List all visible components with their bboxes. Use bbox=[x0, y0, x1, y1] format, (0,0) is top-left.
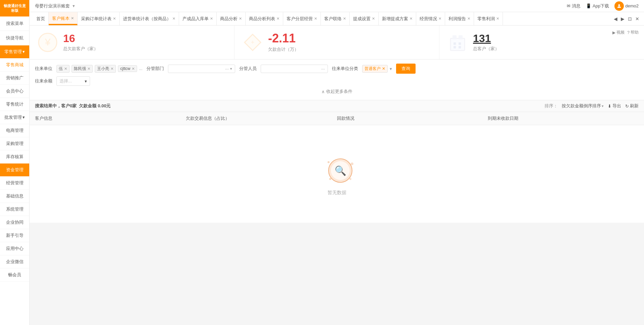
sidebar-item-label: 新手引导 bbox=[6, 233, 24, 238]
sidebar-item-app-center[interactable]: 应用中心 bbox=[0, 242, 29, 255]
tag-close-icon[interactable]: ✕ bbox=[111, 67, 114, 71]
video-button[interactable]: ▶ 视频 bbox=[612, 30, 625, 35]
person-filter-label: 分管人员 bbox=[239, 66, 257, 72]
sidebar-item-retail-mall[interactable]: 零售商城 bbox=[0, 59, 29, 72]
tab-customer-account[interactable]: 客户账本 ✕ bbox=[49, 12, 78, 25]
tab-prev-button[interactable]: ◀ bbox=[612, 15, 619, 22]
sidebar-item-label: 企业协同 bbox=[6, 220, 24, 225]
sidebar-item-label: 资金管理 bbox=[6, 167, 24, 172]
collapse-button[interactable]: ∧ 收起更多条件 bbox=[35, 88, 639, 95]
customer-count: 0 bbox=[70, 103, 72, 108]
tag-close-icon[interactable]: ✕ bbox=[64, 67, 67, 71]
tab-profit-report[interactable]: 利润报告 ✕ bbox=[445, 12, 474, 25]
stat-card-overdue-customers: ¥ 16 总欠款客户（家） bbox=[30, 26, 234, 59]
sidebar-item-marketing[interactable]: 营销推广 bbox=[0, 72, 29, 85]
global-topbar: 母婴行业演示账套 ▾ ✉ 消息 📱 App下载 demo2 bbox=[30, 0, 644, 12]
account-name: 母婴行业演示账套 bbox=[35, 3, 70, 9]
help-icon: ? bbox=[627, 30, 630, 35]
tab-product-analysis[interactable]: 商品分析 ✕ bbox=[217, 12, 246, 25]
unit-tag-wang: 王小亮 ✕ bbox=[95, 65, 116, 73]
tab-close-all-button[interactable]: ✕ bbox=[634, 15, 641, 22]
sidebar-item-basic-info[interactable]: 基础信息 bbox=[0, 190, 29, 203]
tab-promotion-settings[interactable]: 提成设置 ✕ bbox=[350, 12, 379, 25]
tab-stock-stats[interactable]: 进货单统计表（按商品） ✕ bbox=[120, 12, 179, 25]
video-help-area: ▶ 视频 ? 帮助 bbox=[612, 30, 639, 35]
data-table: 客户信息 欠款交易信息（占比） 回款情况 到期未收款日期 🔍 bbox=[30, 112, 644, 223]
tab-close-icon[interactable]: ✕ bbox=[276, 16, 280, 21]
tab-close-icon[interactable]: ✕ bbox=[410, 16, 413, 21]
tab-label: 首页 bbox=[36, 16, 45, 22]
result-text: 搜索结果中，客户0家 欠款金额 0.00元 bbox=[35, 103, 111, 108]
search-menu-button[interactable]: 搜索菜单 bbox=[2, 19, 27, 28]
sidebar-item-vip-member[interactable]: 畅会员 bbox=[0, 268, 29, 282]
message-label: 消息 bbox=[572, 3, 581, 9]
svg-rect-10 bbox=[459, 46, 461, 48]
svg-point-17 bbox=[349, 178, 351, 180]
user-profile[interactable]: demo2 bbox=[614, 1, 639, 11]
tab-close-icon[interactable]: ✕ bbox=[496, 16, 499, 21]
sidebar-item-member[interactable]: 会员中心 bbox=[0, 85, 29, 98]
balance-select[interactable]: 选择... ▾ bbox=[56, 76, 90, 86]
tab-window-button[interactable]: ⊡ bbox=[627, 15, 633, 22]
unit-class-dropdown-icon[interactable]: ▾ bbox=[390, 66, 392, 71]
refresh-button[interactable]: ↻ 刷新 bbox=[625, 103, 639, 109]
message-button[interactable]: ✉ 消息 bbox=[567, 3, 581, 9]
overdue-customers-icon: ¥ bbox=[38, 32, 58, 52]
balance-arrow-icon: ▾ bbox=[85, 79, 87, 84]
tab-product-instock[interactable]: 产成品入库单 ✕ bbox=[179, 12, 217, 25]
tab-new-promotion[interactable]: 新增提成方案 ✕ bbox=[379, 12, 416, 25]
sidebar-item-label: 会员中心 bbox=[6, 88, 24, 94]
sidebar-item-inventory[interactable]: 库存核算 bbox=[0, 150, 29, 164]
person-dropdown[interactable]: ··· bbox=[261, 65, 328, 73]
sidebar-logo[interactable]: 畅捷通好生意标版 bbox=[0, 0, 29, 16]
tab-close-icon[interactable]: ✕ bbox=[172, 16, 175, 21]
tag-close-icon[interactable]: ✕ bbox=[382, 66, 385, 71]
sidebar-item-enterprise[interactable]: 企业协同 bbox=[0, 216, 29, 229]
tab-customer-contact[interactable]: 客户联络 ✕ bbox=[321, 12, 350, 25]
sidebar-item-purchase[interactable]: 采购管理 bbox=[0, 137, 29, 150]
tab-close-icon[interactable]: ✕ bbox=[438, 16, 441, 21]
export-button[interactable]: ⬇ 导出 bbox=[608, 103, 621, 109]
tab-label: 客户分层经营 bbox=[287, 16, 313, 22]
tab-close-icon[interactable]: ✕ bbox=[239, 16, 242, 21]
tab-close-icon[interactable]: ✕ bbox=[210, 16, 213, 21]
sidebar-item-retail-stats[interactable]: 零售统计 bbox=[0, 98, 29, 111]
table-empty-state: 🔍 暂无数据 bbox=[30, 125, 644, 223]
tab-purchase-order[interactable]: 采购订单统计表 ✕ bbox=[78, 12, 120, 25]
account-dropdown-icon[interactable]: ▾ bbox=[73, 3, 75, 8]
tag-close-icon[interactable]: ✕ bbox=[132, 67, 135, 71]
quick-nav-button[interactable]: 快捷导航 bbox=[2, 34, 27, 42]
sidebar-item-enterprise-wechat[interactable]: 企业微信 bbox=[0, 255, 29, 268]
sort-label: 排序： bbox=[545, 103, 558, 109]
dept-dropdown[interactable]: ··· ▾ bbox=[168, 65, 235, 73]
tab-operation-status[interactable]: 经营情况 ✕ bbox=[416, 12, 445, 25]
sort-value: 按欠款金额倒序排序 bbox=[562, 103, 601, 109]
sidebar-item-ecommerce[interactable]: 电商管理 bbox=[0, 124, 29, 137]
sidebar-item-finance[interactable]: 资金管理 bbox=[0, 164, 29, 177]
tab-close-icon[interactable]: ✕ bbox=[343, 16, 346, 21]
tab-close-icon[interactable]: ✕ bbox=[71, 16, 74, 21]
sidebar-item-operation[interactable]: 经营管理 bbox=[0, 177, 29, 190]
app-download-button[interactable]: 📱 App下载 bbox=[586, 3, 609, 9]
search-button[interactable]: 查询 bbox=[396, 64, 416, 74]
tag-close-icon[interactable]: ✕ bbox=[87, 67, 90, 71]
tab-home[interactable]: 首页 bbox=[33, 12, 49, 25]
sort-selector[interactable]: 按欠款金额倒序排序 ▾ bbox=[562, 103, 604, 109]
tab-product-analysis-list[interactable]: 商品分析列表 ✕ bbox=[246, 12, 283, 25]
help-button[interactable]: ? 帮助 bbox=[627, 30, 639, 35]
tab-next-button[interactable]: ▶ bbox=[619, 15, 626, 22]
tab-retail-profit[interactable]: 零售利润 ✕ bbox=[474, 12, 503, 25]
tab-close-icon[interactable]: ✕ bbox=[314, 16, 317, 21]
tab-close-icon[interactable]: ✕ bbox=[467, 16, 470, 21]
tab-close-icon[interactable]: ✕ bbox=[372, 16, 375, 21]
sidebar-item-wholesale[interactable]: 批发管理 ▾ bbox=[0, 111, 29, 124]
sidebar-item-new-guide[interactable]: 新手引导 bbox=[0, 229, 29, 242]
sidebar-item-system[interactable]: 系统管理 bbox=[0, 203, 29, 216]
sidebar-item-label: 零售商城 bbox=[6, 62, 24, 67]
filter-more-button[interactable]: ... bbox=[139, 66, 142, 71]
tab-close-icon[interactable]: ✕ bbox=[113, 16, 116, 21]
refresh-icon: ↻ bbox=[625, 104, 629, 109]
sidebar-item-retail[interactable]: 零售管理 ▾ bbox=[0, 45, 29, 59]
app-title: 畅捷通好生意标版 bbox=[2, 3, 27, 13]
tab-customer-tier[interactable]: 客户分层经营 ✕ bbox=[283, 12, 321, 25]
